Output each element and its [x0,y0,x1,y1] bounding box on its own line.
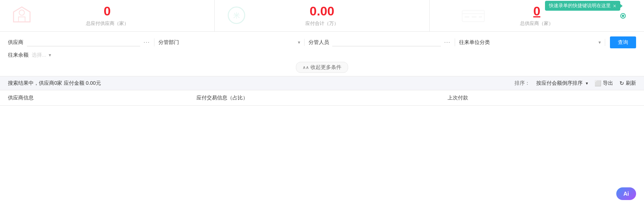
total-suppliers-value: 0 [533,4,540,18]
tooltip-close-btn[interactable]: × [613,3,616,9]
payable-suppliers-label: 总应付供应商（家） [86,20,129,27]
department-chevron-icon: ▾ [298,40,300,45]
person-dots-btn[interactable]: ··· [444,39,450,46]
supplier-input-wrapper [27,38,140,46]
svg-rect-8 [472,16,476,17]
bg-icon [461,7,485,24]
export-icon: ⬜ [594,80,601,86]
total-suppliers-label: 总供应商（家） [520,20,553,27]
refresh-icon: ↻ [619,80,624,86]
tooltip-dot [621,14,625,18]
unit-class-chevron-icon: ▾ [598,40,601,45]
sort-chevron-icon: ▾ [586,81,588,86]
supplier-dots-btn[interactable]: ··· [143,39,150,46]
filter-department: 分管部门 ▾ [154,39,305,46]
filter-balance: 往来余额 选择... ▾ [8,51,51,59]
export-button[interactable]: ⬜ 导出 [594,80,613,87]
refresh-label: 刷新 [626,80,636,87]
filter-row-1: 供应商 ··· 分管部门 ▾ 分管人员 ··· 往来单位分类 [8,36,636,48]
person-input[interactable] [332,38,441,46]
results-bar: 搜索结果中，供应商0家 应付金额 0.00元 排序： 按应付会额倒序排序 ▾ ⬜… [0,76,644,90]
svg-rect-9 [479,16,482,17]
results-actions: 排序： 按应付会额倒序排序 ▾ ⬜ 导出 ↻ 刷新 [514,80,636,87]
refresh-button[interactable]: ↻ 刷新 [619,80,636,87]
balance-select[interactable]: 选择... ▾ [32,51,51,59]
person-input-wrapper [332,38,441,46]
ai-button[interactable]: Ai [616,187,636,200]
supplier-icon [12,5,32,26]
search-button[interactable]: 查询 [610,36,636,48]
balance-placeholder: 选择... [32,51,46,59]
col-payment-header: 上次付款 [448,94,636,101]
export-label: 导出 [603,80,613,87]
sort-select[interactable]: 按应付会额倒序排序 ▾ [536,80,588,87]
filter-supplier: 供应商 ··· [8,38,154,46]
filter-bar: 供应商 ··· 分管部门 ▾ 分管人员 ··· 往来单位分类 [0,32,644,76]
balance-label: 往来余额 [8,51,29,59]
person-label: 分管人员 [309,39,329,46]
filter-unit-class: 往来单位分类 ▾ [455,39,606,46]
stat-total-suppliers: 快速录单的快捷键说明在这里 × 0 总供应商（家） [430,0,644,31]
balance-chevron-icon: ▾ [49,52,51,58]
collapse-label: 收起更多条件 [311,64,341,71]
filter-person: 分管人员 ··· [305,38,455,46]
coin-icon: 米 [227,5,246,26]
svg-marker-0 [13,7,30,22]
unit-class-select[interactable]: ▾ [493,40,601,45]
payable-suppliers-value: 0 [104,4,111,18]
stat-payable-suppliers: 0 总应付供应商（家） [0,0,215,31]
stats-bar: 0 总应付供应商（家） 米 0.00 应付合计（万） 快速录单的快捷键说明在这里… [0,0,644,32]
col-supplier-header: 供应商信息 [8,94,196,101]
shortcut-tooltip: 快速录单的快捷键说明在这里 × [545,1,620,11]
svg-text:米: 米 [233,12,240,19]
results-info: 搜索结果中，供应商0家 应付金额 0.00元 [8,80,101,87]
sort-value: 按应付会额倒序排序 [536,80,583,87]
table-header: 供应商信息 应付交易信息（占比） 上次付款 [0,90,644,106]
tooltip-text: 快速录单的快捷键说明在这里 [549,2,611,9]
payable-total-label: 应付合计（万） [305,20,339,27]
stat-payable-total: 米 0.00 应付合计（万） [215,0,429,31]
supplier-input[interactable] [27,38,140,46]
department-select[interactable]: ▾ [182,40,301,45]
collapse-up-icon: ∧∧ [303,65,309,70]
col-transaction-header: 应付交易信息（占比） [196,94,448,101]
filter-row-2: 往来余额 选择... ▾ [8,51,636,59]
sort-label: 排序： [514,80,530,87]
department-label: 分管部门 [158,39,179,46]
supplier-label: 供应商 [8,39,24,46]
bottom-bar: Ai [608,183,644,204]
svg-rect-1 [19,17,25,22]
collapse-row: ∧∧ 收起更多条件 [8,62,636,73]
svg-rect-7 [465,16,469,17]
search-btn-wrapper: 查询 [605,36,636,48]
collapse-button[interactable]: ∧∧ 收起更多条件 [296,62,348,73]
table-body [0,106,644,204]
svg-point-2 [19,10,24,15]
payable-total-value: 0.00 [310,4,334,18]
unit-class-label: 往来单位分类 [459,39,490,46]
